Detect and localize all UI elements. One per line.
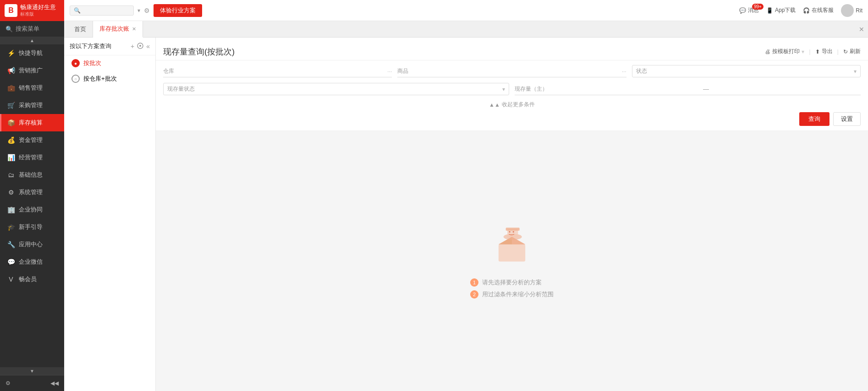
- apps-icon: 🔧: [7, 240, 15, 249]
- app-download-btn[interactable]: 📱 App下载: [766, 6, 796, 14]
- sidebar-item-purchase[interactable]: 🛒 采购管理: [0, 97, 64, 114]
- sidebar-scroll-up[interactable]: ▲: [0, 37, 64, 44]
- query-btn[interactable]: 查询: [799, 112, 830, 126]
- export-btn[interactable]: ⬆ 导出: [815, 48, 833, 55]
- sidebar-item-wechat[interactable]: 💬 企业微信: [0, 253, 64, 271]
- content-area: 按以下方案查询 + « ● 按批次 ○: [64, 38, 868, 391]
- messages-btn[interactable]: 💬 消息 99+: [739, 6, 759, 14]
- warehouse-more-btn[interactable]: ···: [387, 68, 392, 75]
- sidebar-item-quicknav[interactable]: ⚡ 快捷导航: [0, 44, 64, 62]
- empty-tips: 1 请先选择要分析的方案 2 用过滤条件来缩小分析范围: [470, 278, 554, 299]
- user-name: Rit: [856, 7, 863, 14]
- print-label: 按模板打印: [772, 48, 800, 55]
- close-panel-btn[interactable]: ✕: [859, 26, 864, 33]
- left-filter-panel: 按以下方案查询 + « ● 按批次 ○: [64, 38, 156, 391]
- scheme-item-batch[interactable]: ● 按批次: [64, 55, 155, 71]
- stock-amount-label: 现存量（主）: [515, 85, 548, 93]
- user-menu[interactable]: Rit: [841, 4, 863, 17]
- topbar-dropdown-arrow[interactable]: ▾: [137, 7, 140, 14]
- print-dropdown-icon[interactable]: ▾: [802, 49, 804, 55]
- sidebar-item-apps[interactable]: 🔧 应用中心: [0, 236, 64, 253]
- filter-section: 仓库 ··· 商品 ··· 状态 ▾: [156, 60, 868, 131]
- add-scheme-btn[interactable]: +: [131, 43, 134, 50]
- tab-inventory-batch[interactable]: 库存批次账 ✕: [93, 21, 143, 38]
- sidebar-item-newbie-label: 新手引导: [19, 223, 43, 231]
- sidebar-item-base[interactable]: 🗂 基础信息: [0, 166, 64, 184]
- vip-icon: V: [7, 275, 15, 283]
- collapse-sidebar-btn[interactable]: ◀◀: [50, 380, 59, 386]
- messages-badge: 99+: [752, 4, 764, 10]
- headset-icon: 🎧: [803, 7, 810, 14]
- sidebar-item-system[interactable]: ⚙ 系统管理: [0, 184, 64, 201]
- collapse-panel-btn[interactable]: «: [146, 43, 150, 50]
- app-title-group: 畅康通好生意 标准版: [20, 4, 56, 18]
- status-dropdown-icon[interactable]: ▾: [854, 68, 857, 75]
- topbar-search-box[interactable]: 🔍: [70, 5, 134, 16]
- stock-status-filter: 现存量状态 ▾: [163, 83, 509, 95]
- app-logo: B: [5, 4, 17, 17]
- stock-amount-to-input[interactable]: [711, 86, 861, 92]
- empty-tip-1: 1 请先选择要分析的方案: [470, 278, 554, 287]
- refresh-label: 刷新: [850, 48, 861, 55]
- tab-home[interactable]: 首页: [68, 21, 93, 38]
- sidebar-item-marketing[interactable]: 📢 营销推广: [0, 62, 64, 79]
- tab-close-icon[interactable]: ✕: [132, 26, 136, 32]
- page-title: 现存量查询(按批次): [163, 46, 235, 57]
- sidebar-item-vip[interactable]: V 畅会员: [0, 271, 64, 288]
- sidebar-item-vip-label: 畅会员: [19, 275, 37, 283]
- app-download-label: App下载: [775, 6, 796, 14]
- left-panel-header-left: 按以下方案查询: [70, 42, 111, 50]
- stock-amount-from-input[interactable]: [551, 86, 701, 92]
- sidebar-item-inventory-label: 库存核算: [19, 119, 43, 127]
- export-icon: ⬆: [815, 49, 820, 55]
- sidebar: B 畅康通好生意 标准版 🔍 搜索菜单 ▲ ⚡ 快捷导航 📢 营销推广 💼 销售…: [0, 0, 64, 391]
- refresh-btn[interactable]: ↻ 刷新: [843, 48, 861, 55]
- sales-icon: 💼: [7, 84, 15, 92]
- sidebar-item-system-label: 系统管理: [19, 188, 43, 196]
- page-header: 现存量查询(按批次) 🖨 按模板打印 ▾ | ⬆ 导出 | ↻: [156, 38, 868, 60]
- scheme-item-warehouse-batch[interactable]: ○ 按仓库+批次: [64, 71, 155, 87]
- topbar-search-icon: 🔍: [74, 7, 81, 14]
- svg-point-9: [509, 231, 510, 233]
- warehouse-label: 仓库: [163, 67, 177, 75]
- status-label: 状态: [636, 67, 650, 75]
- app-title: 畅康通好生意: [20, 4, 56, 11]
- inventory-icon: 📦: [7, 119, 15, 127]
- scheme-warehouse-batch-label: 按仓库+批次: [83, 75, 117, 83]
- sidebar-item-sales-label: 销售管理: [19, 84, 43, 92]
- settings-scheme-btn[interactable]: [137, 43, 143, 50]
- left-panel-title: 按以下方案查询: [70, 42, 111, 50]
- online-service-btn[interactable]: 🎧 在线客服: [803, 6, 834, 14]
- topbar-right: 💬 消息 99+ 📱 App下载 🎧 在线客服 Rit: [739, 4, 863, 17]
- sidebar-item-quicknav-label: 快捷导航: [19, 49, 43, 57]
- scheme-batch-label: 按批次: [83, 59, 101, 67]
- topbar-gear-icon[interactable]: ⚙: [144, 7, 150, 14]
- user-avatar: [841, 4, 854, 17]
- topbar-search-input[interactable]: [82, 7, 119, 14]
- sidebar-search-menu[interactable]: 🔍 搜索菜单: [0, 21, 64, 37]
- header-divider-1: |: [809, 48, 810, 55]
- main-content: 🔍 ▾ ⚙ 体验行业方案 💬 消息 99+ 📱 App下载 🎧 在线客服 Rit: [64, 0, 868, 391]
- sidebar-item-newbie[interactable]: 🎓 新手引导: [0, 218, 64, 236]
- collapse-up-icon: ▲▲: [489, 102, 500, 108]
- sidebar-item-finance[interactable]: 💰 资金管理: [0, 131, 64, 149]
- tab-home-label: 首页: [74, 25, 86, 33]
- product-more-btn[interactable]: ···: [622, 68, 626, 75]
- sidebar-item-wechat-label: 企业微信: [19, 258, 43, 266]
- sidebar-item-operations[interactable]: 📊 经营管理: [0, 149, 64, 166]
- print-btn[interactable]: 🖨 按模板打印 ▾: [765, 48, 804, 55]
- collapse-more-btn[interactable]: ▲▲ 收起更多条件: [489, 101, 535, 109]
- sidebar-item-sales[interactable]: 💼 销售管理: [0, 79, 64, 97]
- stock-status-dropdown-icon[interactable]: ▾: [502, 86, 505, 92]
- trial-industry-btn[interactable]: 体验行业方案: [154, 4, 202, 17]
- refresh-icon: ↻: [843, 49, 848, 55]
- tabbar: 首页 库存批次账 ✕ ✕: [64, 21, 868, 38]
- sidebar-item-enterprise[interactable]: 🏢 企业协同: [0, 201, 64, 218]
- sidebar-scroll-down[interactable]: ▼: [0, 367, 64, 375]
- settings-footer-btn[interactable]: ⚙: [5, 380, 11, 386]
- sidebar-item-inventory[interactable]: 📦 库存核算: [0, 114, 64, 131]
- product-filter: 商品 ···: [397, 67, 626, 77]
- settings-btn[interactable]: 设置: [833, 112, 861, 126]
- purchase-icon: 🛒: [7, 101, 15, 109]
- status-filter: 状态 ▾: [632, 65, 861, 77]
